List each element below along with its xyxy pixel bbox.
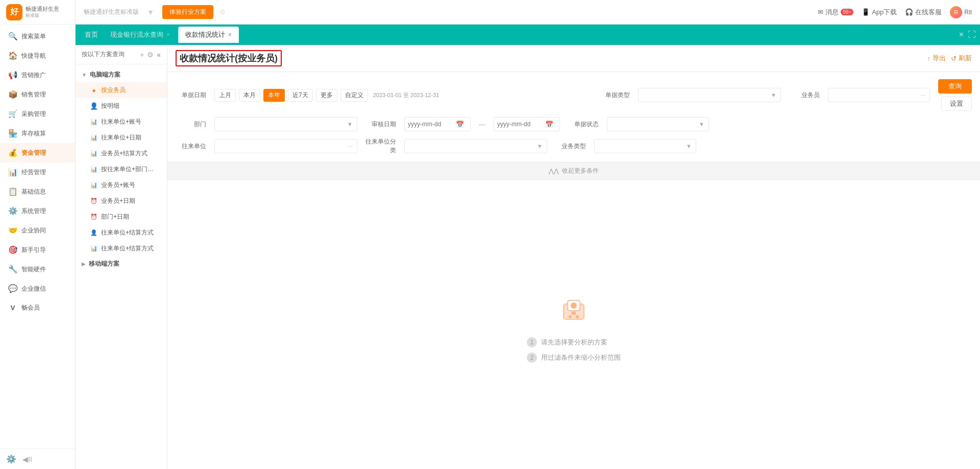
filter-row-2: 部门 ▼ 审核日期 📅 — 📅 单据状态 bbox=[176, 117, 972, 131]
doc-status-arrow: ▼ bbox=[699, 121, 704, 127]
page-title: 收款情况统计(按业务员) bbox=[176, 50, 282, 66]
date-btn-more[interactable]: 更多 bbox=[316, 89, 337, 102]
audit-date-end-input[interactable] bbox=[497, 121, 543, 128]
tab-close-all-btn[interactable]: × bbox=[959, 30, 964, 39]
sidebar-item-inventory[interactable]: 🏪 库存核算 bbox=[0, 124, 75, 143]
tree-item-partner-date[interactable]: 📊 往来单位+日期 bbox=[76, 130, 167, 146]
desktop-group-header[interactable]: ▼ 电脑端方案 bbox=[76, 67, 167, 82]
query-btn[interactable]: 查询 bbox=[938, 79, 972, 93]
base-info-icon: 📋 bbox=[8, 187, 17, 196]
tree-item-partner-settlement1[interactable]: 👤 往来单位+结算方式 bbox=[76, 225, 167, 241]
tip-text-1: 请先选择要分析的方案 bbox=[541, 338, 607, 347]
breadcrumb-text: 畅捷通好生意标准版 bbox=[84, 8, 139, 16]
enterprise-icon: 🤝 bbox=[8, 226, 17, 235]
export-icon: ↑ bbox=[927, 55, 931, 62]
messages-btn[interactable]: ✉ 消息 99+ bbox=[818, 8, 853, 17]
topbar-right: ✉ 消息 99+ 📱 App下载 🎧 在线客服 R Rit bbox=[818, 6, 972, 18]
tab-bank-flow-close[interactable]: × bbox=[166, 31, 170, 38]
salesperson-date-icon: ⏰ bbox=[90, 198, 98, 204]
action-btns: 查询 设置 bbox=[938, 79, 972, 111]
date-btn-this-month[interactable]: 本月 bbox=[239, 89, 260, 102]
sidebar-item-base-info[interactable]: 📋 基础信息 bbox=[0, 182, 75, 201]
empty-tips: 1 请先选择要分析的方案 2 用过滤条件来缩小分析范围 bbox=[527, 337, 621, 363]
tree-item-by-detail[interactable]: 👤 按明细 bbox=[76, 98, 167, 114]
tree-item-partner-account[interactable]: 📊 往来单位+账号 bbox=[76, 114, 167, 130]
refresh-btn[interactable]: ↺ 刷新 bbox=[951, 54, 972, 63]
sidebar-item-sales[interactable]: 📦 销售管理 bbox=[0, 85, 75, 104]
svg-point-5 bbox=[576, 315, 579, 318]
collapse-footer-icon[interactable]: ◀II bbox=[22, 455, 32, 463]
sidebar-item-member[interactable]: V 畅会员 bbox=[0, 298, 75, 317]
mobile-group-header[interactable]: ▶ 移动端方案 bbox=[76, 256, 167, 271]
tree-item-partner-settlement2[interactable]: 📊 往来单位+结算方式 bbox=[76, 241, 167, 256]
collapse-panel-btn[interactable]: « bbox=[157, 51, 161, 59]
tab-home[interactable]: 首页 bbox=[80, 30, 103, 39]
sidebar-item-quick-nav[interactable]: 🏠 快捷导航 bbox=[0, 46, 75, 65]
logo-icon: 好 bbox=[6, 4, 22, 20]
collapse-btn[interactable]: ⋀⋀ 收起更多条件 bbox=[167, 162, 980, 180]
tree-item-salesperson-date[interactable]: ⏰ 业务员+日期 bbox=[76, 193, 167, 209]
tree-item-dept-date[interactable]: ⏰ 部门+日期 bbox=[76, 209, 167, 225]
date-btn-custom[interactable]: 自定义 bbox=[340, 89, 368, 102]
page-body: 按以下方案查询 + ⚙ « ▼ 电脑端方案 ● 按业务员 👤 按 bbox=[76, 45, 980, 469]
sidebar-item-enterprise[interactable]: 🤝 企业协同 bbox=[0, 221, 75, 240]
tab-maximize-btn[interactable]: ⛶ bbox=[968, 30, 976, 39]
trial-btn[interactable]: 体验行业方案 bbox=[162, 5, 213, 19]
date-filter: 上月 本月 本年 近7天 更多 自定义 2023-01-01 至 2023-12… bbox=[214, 89, 439, 102]
sidebar-item-system[interactable]: ⚙️ 系统管理 bbox=[0, 201, 75, 221]
filter-row-3: 往来单位 ··· 往来单位分类 ▼ 业务类型 ▼ bbox=[176, 137, 972, 155]
sidebar-item-finance[interactable]: 💰 资金管理 bbox=[0, 143, 75, 162]
app-download-btn[interactable]: 📱 App下载 bbox=[862, 8, 897, 17]
salesperson-select[interactable]: ··· bbox=[828, 88, 930, 102]
empty-illustration bbox=[553, 286, 594, 327]
user-info[interactable]: R Rit bbox=[950, 6, 972, 18]
partner-select[interactable]: ··· bbox=[214, 139, 357, 153]
export-btn[interactable]: ↑ 导出 bbox=[927, 54, 946, 63]
sidebar-item-guide[interactable]: 🎯 新手引导 bbox=[0, 240, 75, 260]
sidebar-item-purchase[interactable]: 🛒 采购管理 bbox=[0, 104, 75, 124]
biz-type-label: 业务类型 bbox=[555, 142, 586, 151]
biz-type-select[interactable]: ▼ bbox=[594, 139, 696, 153]
partner-category-select[interactable]: ▼ bbox=[404, 139, 547, 153]
sales-icon: 📦 bbox=[8, 90, 17, 99]
partner-settlement2-icon: 📊 bbox=[90, 245, 98, 252]
audit-date-end-wrap: 📅 bbox=[494, 117, 560, 131]
department-select[interactable]: ▼ bbox=[214, 117, 357, 131]
partner-dept-collection-icon: 📊 bbox=[90, 166, 98, 173]
settings-footer-icon[interactable]: ⚙️ bbox=[6, 454, 16, 464]
tab-collection-stats[interactable]: 收款情况统计 × bbox=[178, 27, 239, 43]
sidebar-item-smart-hw[interactable]: 🔧 智能硬件 bbox=[0, 260, 75, 279]
scheme-settings-btn[interactable]: ⚙ bbox=[147, 51, 154, 59]
tab-collection-stats-close[interactable]: × bbox=[228, 31, 232, 38]
sidebar-item-wechat[interactable]: 💬 企业微信 bbox=[0, 279, 75, 298]
logo-badge: 标准版 bbox=[26, 12, 59, 19]
sidebar-item-operations[interactable]: 📊 经营管理 bbox=[0, 162, 75, 182]
tree-item-by-salesperson[interactable]: ● 按业务员 bbox=[76, 82, 167, 98]
tip-num-2: 2 bbox=[527, 353, 537, 363]
date-btn-last-7-days[interactable]: 近7天 bbox=[288, 89, 313, 102]
doc-status-label: 单据状态 bbox=[568, 120, 599, 129]
date-btn-this-year[interactable]: 本年 bbox=[263, 89, 285, 102]
date-btn-last-month[interactable]: 上月 bbox=[214, 89, 236, 102]
settings-btn[interactable]: 设置 bbox=[941, 97, 972, 111]
sidebar-item-marketing[interactable]: 📢 营销推广 bbox=[0, 65, 75, 85]
doc-status-select[interactable]: ▼ bbox=[607, 117, 709, 131]
sidebar-item-search-menu[interactable]: 🔍 搜索菜单 bbox=[0, 27, 75, 46]
tree-item-salesperson-account[interactable]: 📊 业务员+账号 bbox=[76, 177, 167, 193]
sidebar: 好 畅捷通好生意 标准版 🔍 搜索菜单 🏠 快捷导航 📢 营销推广 📦 销售管理… bbox=[0, 0, 76, 469]
inventory-icon: 🏪 bbox=[8, 129, 17, 138]
audit-date-start-input[interactable] bbox=[408, 121, 454, 128]
tree-item-partner-settlement1-label: 往来单位+结算方式 bbox=[101, 228, 154, 237]
salesperson-account-icon: 📊 bbox=[90, 182, 98, 189]
marketing-icon: 📢 bbox=[8, 71, 17, 80]
tree-item-partner-dept-collection[interactable]: 📊 按往来单位+部门+收... bbox=[76, 161, 167, 177]
online-service-btn[interactable]: 🎧 在线客服 bbox=[905, 8, 942, 17]
tab-bank-flow[interactable]: 现金银行流水查询 × bbox=[103, 27, 177, 43]
audit-date-dash: — bbox=[479, 121, 485, 128]
add-scheme-btn[interactable]: + bbox=[140, 51, 144, 59]
doc-type-select[interactable]: ▼ bbox=[638, 88, 781, 102]
tab-bank-flow-label: 现金银行流水查询 bbox=[110, 30, 163, 39]
tree-item-salesperson-settlement[interactable]: 📊 业务员+结算方式 bbox=[76, 146, 167, 161]
partner-category-label: 往来单位分类 bbox=[365, 137, 396, 155]
collapse-label: 收起更多条件 bbox=[562, 167, 599, 175]
